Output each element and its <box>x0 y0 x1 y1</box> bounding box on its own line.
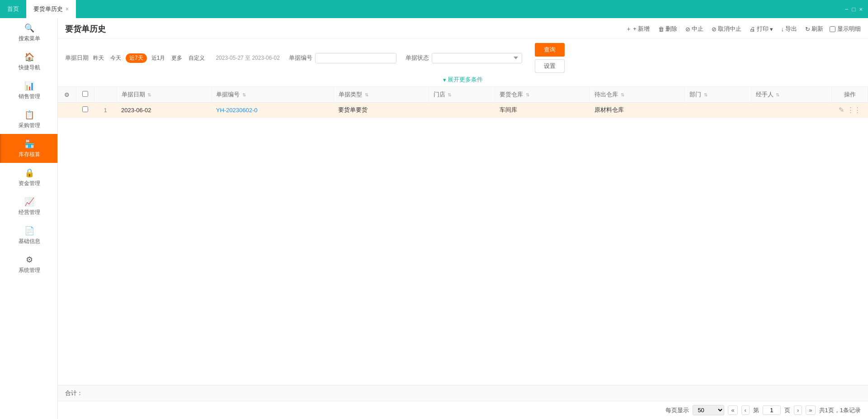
action-col-header: 操作 <box>832 87 868 103</box>
content-area: 要货单历史 ＋ + 新增 🗑 删除 ⊘ 中止 ⊘ <box>58 18 868 419</box>
sort-icon: ⇅ <box>448 92 451 97</box>
print-dropdown-icon: ▾ <box>770 26 773 33</box>
sidebar-item-system[interactable]: ⚙ 系统管理 <box>0 250 57 279</box>
sidebar-item-label: 销售管理 <box>19 93 40 100</box>
refresh-icon: ↻ <box>805 26 810 33</box>
page-input[interactable] <box>763 405 781 415</box>
quick-nav-icon: 🏠 <box>24 52 34 62</box>
sales-icon: 📊 <box>24 81 34 91</box>
row-pending-warehouse: 原材料仓库 <box>590 103 685 118</box>
doc-date-col-header[interactable]: 单据日期 ⇅ <box>117 87 212 103</box>
sort-icon: ⇅ <box>365 92 368 97</box>
date-btn-today[interactable]: 今天 <box>108 53 123 63</box>
sidebar-item-basic-info[interactable]: 📄 基础信息 <box>0 221 57 250</box>
query-button[interactable]: 查询 <box>535 43 565 57</box>
summary-label: 合计： <box>65 389 83 397</box>
select-all-checkbox[interactable] <box>82 91 88 97</box>
sidebar-item-purchase[interactable]: 📋 采购管理 <box>0 105 57 134</box>
filter-row: 单据日期 昨天 今天 近7天 近1月 更多 自定义 2023-05-27 至 2… <box>65 43 861 73</box>
row-doc-type: 要货单要货 <box>334 103 429 118</box>
display-detail-toggle[interactable]: 显示明细 <box>830 25 861 33</box>
sort-icon: ⇅ <box>704 92 708 97</box>
doc-status-select[interactable] <box>432 53 522 63</box>
doc-type-col-header[interactable]: 单据类型 ⇅ <box>334 87 429 103</box>
doc-number-link[interactable]: YH-20230602-0 <box>216 107 258 114</box>
total-info: 共1页，1条记录 <box>819 406 861 414</box>
page-size-label: 每页显示 <box>665 406 689 414</box>
delete-button[interactable]: 🗑 删除 <box>656 24 679 34</box>
display-detail-checkbox[interactable] <box>830 26 835 32</box>
edit-icon[interactable]: ✎ <box>839 106 844 114</box>
page-size-select[interactable]: 50 20 100 <box>693 405 724 415</box>
print-button[interactable]: 🖨 打印 ▾ <box>748 24 775 34</box>
new-button[interactable]: ＋ + 新增 <box>624 24 651 34</box>
tab-home[interactable]: 首页 <box>0 0 26 18</box>
stop-button[interactable]: ⊘ 中止 <box>684 24 705 34</box>
prev-page-button[interactable]: ‹ <box>741 405 750 415</box>
cancel-stop-button[interactable]: ⊘ 取消中止 <box>710 24 743 34</box>
row-handler <box>751 103 831 118</box>
row-doc-number[interactable]: YH-20230602-0 <box>212 103 334 118</box>
date-btn-1month[interactable]: 近1月 <box>150 53 167 63</box>
date-filter-label: 单据日期 <box>65 54 89 62</box>
store-col-header[interactable]: 门店 ⇅ <box>429 87 495 103</box>
settings-col-header[interactable]: ⚙ <box>58 87 76 103</box>
sort-icon: ⇅ <box>526 92 529 97</box>
set-button[interactable]: 设置 <box>535 59 565 73</box>
close-tab-icon[interactable]: × <box>66 6 69 12</box>
row-actions: ✎ ⋮⋮ <box>832 103 868 118</box>
doc-status-filter: 单据状态 <box>406 53 522 63</box>
sidebar-item-label: 基础信息 <box>19 238 40 245</box>
table-area: ⚙ 单据日期 ⇅ 单据编号 ⇅ <box>58 87 868 385</box>
minimize-icon[interactable]: − <box>845 6 849 13</box>
sidebar-item-sales[interactable]: 📊 销售管理 <box>0 76 57 105</box>
date-btn-7days[interactable]: 近7天 <box>126 53 147 63</box>
row-select-checkbox[interactable] <box>82 106 88 112</box>
sort-icon: ⇅ <box>776 92 779 97</box>
sidebar-item-inventory[interactable]: 🏪 库存核算 <box>0 134 57 163</box>
tab-active[interactable]: 要货单历史 × <box>26 0 76 18</box>
finance-icon: 🔒 <box>24 168 34 178</box>
action-icons: ✎ ⋮⋮ <box>836 106 863 114</box>
search-menu-icon: 🔍 <box>24 23 34 33</box>
more-icon[interactable]: ⋮⋮ <box>847 106 861 114</box>
date-range-display: 2023-05-27 至 2023-06-02 <box>216 54 279 62</box>
sidebar-item-quick-nav[interactable]: 🏠 快捷导航 <box>0 47 57 76</box>
row-store <box>429 103 495 118</box>
sidebar-item-label: 资金管理 <box>19 180 40 187</box>
top-bar: 首页 要货单历史 × − □ × <box>0 0 868 18</box>
last-page-button[interactable]: » <box>806 405 815 415</box>
filter-buttons: 查询 设置 <box>535 43 565 73</box>
print-icon: 🖨 <box>750 26 755 33</box>
row-num: 1 <box>94 103 117 118</box>
doc-number-input[interactable] <box>315 53 396 63</box>
handler-col-header[interactable]: 经手人 ⇅ <box>751 87 831 103</box>
date-btn-custom[interactable]: 自定义 <box>187 53 207 63</box>
date-btn-yesterday[interactable]: 昨天 <box>91 53 106 63</box>
expand-icon: ▾ <box>443 76 446 83</box>
doc-number-label: 单据编号 <box>289 54 312 62</box>
pending-warehouse-col-header[interactable]: 待出仓库 ⇅ <box>590 87 685 103</box>
row-checkbox[interactable] <box>76 103 94 118</box>
sidebar-item-operation[interactable]: 📈 经营管理 <box>0 192 57 221</box>
req-warehouse-col-header[interactable]: 要货仓库 ⇅ <box>495 87 590 103</box>
page-suffix: 页 <box>784 406 790 414</box>
doc-number-filter: 单据编号 <box>289 53 396 63</box>
maximize-icon[interactable]: □ <box>852 6 856 13</box>
first-page-button[interactable]: « <box>728 405 737 415</box>
doc-number-col-header[interactable]: 单据编号 ⇅ <box>212 87 334 103</box>
checkbox-col-header[interactable] <box>76 87 94 103</box>
next-page-button[interactable]: › <box>794 405 802 415</box>
refresh-button[interactable]: ↻ 刷新 <box>803 24 825 34</box>
sidebar-item-search-menu[interactable]: 🔍 搜索菜单 <box>0 18 57 47</box>
sort-icon: ⇅ <box>242 92 246 97</box>
close-window-icon[interactable]: × <box>859 6 863 13</box>
export-button[interactable]: ↓ 导出 <box>779 24 799 34</box>
data-table: ⚙ 单据日期 ⇅ 单据编号 ⇅ <box>58 87 868 118</box>
system-icon: ⚙ <box>26 255 33 265</box>
expand-button[interactable]: ▾ 展开更多条件 <box>443 76 483 84</box>
sidebar-item-finance[interactable]: 🔒 资金管理 <box>0 163 57 192</box>
page-header: 要货单历史 ＋ + 新增 🗑 删除 ⊘ 中止 ⊘ <box>58 18 868 38</box>
date-btn-more[interactable]: 更多 <box>170 53 184 63</box>
department-col-header[interactable]: 部门 ⇅ <box>684 87 751 103</box>
